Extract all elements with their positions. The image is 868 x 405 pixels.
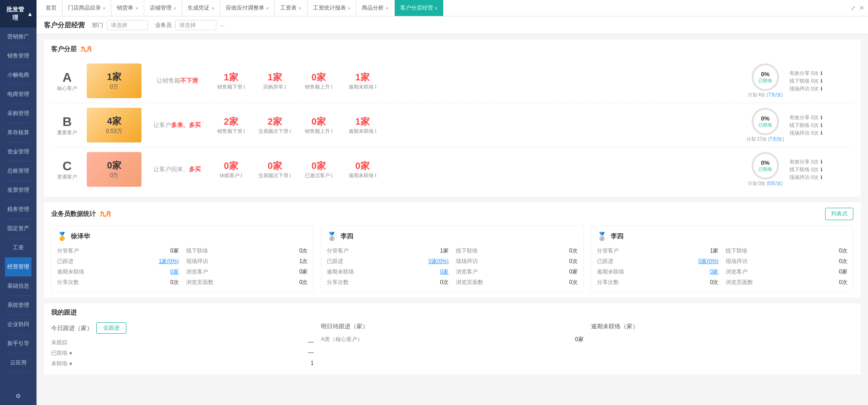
stat-item[interactable]: 1家 销售额下滑 ℹ [213,71,249,90]
tab-close-icon[interactable]: × [211,5,214,11]
sidebar-item-营销推广[interactable]: 营销推广 [5,27,31,47]
staff-rank-icon: 🥈 [597,231,607,242]
sidebar-item-基础信息[interactable]: 基础信息 [5,277,31,296]
staff-stat: 逾期未联络 0家 [597,268,719,276]
info-icon[interactable]: ℹ [821,70,822,76]
tab-close-icon[interactable]: × [135,5,138,11]
tab-close-icon[interactable]: × [173,5,176,11]
info-icon[interactable]: ℹ [821,86,822,92]
staff-name-row: 🥈 李四 [327,231,577,242]
stat-item[interactable]: 0家 休眠客户 ℹ [213,160,249,179]
info-icon[interactable]: ℹ [821,159,822,165]
sidebar-item-固定资产[interactable]: 固定资产 [5,219,31,238]
dept-select[interactable]: 请选择 [107,20,148,30]
sidebar-item-小畅电商[interactable]: 小畅电商 [5,66,31,85]
sidebar-item-销售管理[interactable]: 销售管理 [5,47,31,66]
sidebar-item-库存核算[interactable]: 库存核算 [5,123,31,142]
info-icon[interactable]: ℹ [241,173,242,179]
staff-select[interactable]: 请选择 [175,20,216,30]
info-icon[interactable]: ℹ [331,173,333,179]
tab-销货单[interactable]: 销货单× [111,0,144,16]
more-icon[interactable]: ··· [220,22,225,29]
sidebar-item-工资[interactable]: 工资 [5,238,31,258]
tab-生成凭证[interactable]: 生成凭证× [182,0,220,16]
tab-工资表[interactable]: 工资表× [275,0,307,16]
sidebar-item-资金管理[interactable]: 资金管理 [5,142,31,162]
sidebar-item-企业协同[interactable]: 企业协同 [5,315,31,334]
tab-restore-icon[interactable]: ⤢ [851,5,856,11]
tab-close-icon[interactable]: × [386,5,388,11]
tab-close-icon[interactable]: × [266,5,269,11]
info-icon[interactable]: ℹ [331,84,333,90]
tier-slogan-a: 让销售额不下滑 [145,63,209,98]
info-icon[interactable]: ℹ [821,78,822,84]
stat-item[interactable]: 1家 逾期未联络 ℹ [344,116,381,135]
sidebar-settings[interactable]: ⚙ [0,387,37,405]
tab-客户分层经营[interactable]: 客户分层经营× [395,0,444,16]
sidebar-item-总账管理[interactable]: 总账管理 [5,162,31,181]
tier-label-a: A 核心客户 [51,63,83,98]
tab-close-icon[interactable]: × [298,5,301,11]
sidebar-item-系统管理[interactable]: 系统管理 [5,296,31,315]
info-icon[interactable]: ℹ [243,84,245,90]
tier-stats-b: 2家 销售额下滑 ℹ 2家 交易频次下滑 ℹ 0家 销售额上升 ℹ 1家 逾期未… [213,108,741,142]
tab-商品分析[interactable]: 商品分析× [356,0,394,16]
tab-close-icon[interactable]: × [103,5,105,11]
stat-item[interactable]: 1家 逾期未联络 ℹ [344,71,381,90]
stat-item[interactable]: 0家 已激活客户 ℹ [300,160,337,179]
sidebar-item-新手引导[interactable]: 新手引导 [5,334,31,353]
info-icon[interactable]: ℹ [284,84,286,90]
goto-followup-button[interactable]: 去跟进 [96,322,126,334]
info-icon[interactable]: ℹ [375,173,376,179]
info-icon[interactable]: ℹ [289,128,291,134]
sidebar-item-电商管理[interactable]: 电商管理 [5,85,31,104]
tab-label: 门店商品目录 [68,4,101,12]
tab-close-icon[interactable]: × [348,5,350,11]
sidebar-item-发票管理[interactable]: 发票管理 [5,181,31,200]
info-icon[interactable]: ℹ [375,84,376,90]
tier-total-b[interactable]: 4家 0.53万 [87,108,141,142]
info-icon[interactable]: ℹ [821,130,822,136]
info-icon[interactable]: ℹ [331,128,333,134]
staff-stat: 逾期未联络 0家 [57,268,179,276]
info-icon[interactable]: ℹ [821,115,822,121]
sidebar-item-云应用[interactable]: 云应用 [5,353,31,373]
customer-month: 九月 [80,45,92,53]
stat-item[interactable]: 2家 销售额下滑 ℹ [213,116,249,135]
stat-item[interactable]: 0家 逾期未联络 ℹ [344,160,381,179]
info-icon[interactable]: ℹ [289,173,291,179]
tier-stats-a: 1家 销售额下滑 ℹ 1家 回购异常 ℹ 0家 销售额上升 ℹ 1家 逾期未联络… [213,63,741,98]
info-icon[interactable]: ℹ [821,122,822,128]
tab-门店商品目录[interactable]: 门店商品目录× [63,0,111,16]
tier-total-c[interactable]: 0家 0万 [87,152,141,187]
list-view-button[interactable]: 列表式 [825,208,853,220]
tier-total-a[interactable]: 1家 0万 [87,63,141,98]
sidebar-item-经营管理[interactable]: 经营管理 [5,258,31,277]
staff-month: 九月 [99,210,111,218]
staff-label: 业务员 [155,21,172,29]
sidebar-collapse-icon[interactable]: ▲ [27,11,33,17]
sidebar-header[interactable]: 批发管理 ▲ [0,0,37,27]
staff-stat: 分享次数 0次 [57,279,179,286]
tab-首页[interactable]: 首页 [40,0,63,16]
customer-section: 客户分层 九月 A 核心客户 1家 0万 让销售额不下滑 1家 销售额下滑 ℹ … [44,40,861,197]
tab-close-all-icon[interactable]: ✕ [859,5,864,11]
staff-rank-icon: 🥇 [57,231,67,242]
stat-item[interactable]: 0家 销售额上升 ℹ [300,116,337,135]
stat-item[interactable]: 0家 交易频次下滑 ℹ [256,160,293,179]
tab-close-icon[interactable]: × [435,5,438,11]
sidebar-item-税务管理[interactable]: 税务管理 [5,200,31,219]
stat-item[interactable]: 2家 交易频次下滑 ℹ [256,116,293,135]
info-icon[interactable]: ℹ [375,128,376,134]
tab-工资统计报表[interactable]: 工资统计报表× [308,0,356,16]
tab-店铺管理[interactable]: 店铺管理× [144,0,182,16]
tab-应收应付调整单[interactable]: 应收应付调整单× [220,0,275,16]
tier-row-b: B 重要客户 4家 0.53万 让客户多来、多买 2家 销售额下滑 ℹ 2家 交… [51,103,853,147]
info-icon[interactable]: ℹ [821,174,822,180]
info-icon[interactable]: ℹ [243,128,245,134]
sidebar-item-采购管理[interactable]: 采购管理 [5,104,31,123]
stat-item[interactable]: 0家 销售额上升 ℹ [300,71,337,90]
stat-item[interactable]: 1家 回购异常 ℹ [256,71,293,90]
info-icon[interactable]: ℹ [821,167,822,173]
staff-name-row: 🥈 李四 [597,231,847,242]
